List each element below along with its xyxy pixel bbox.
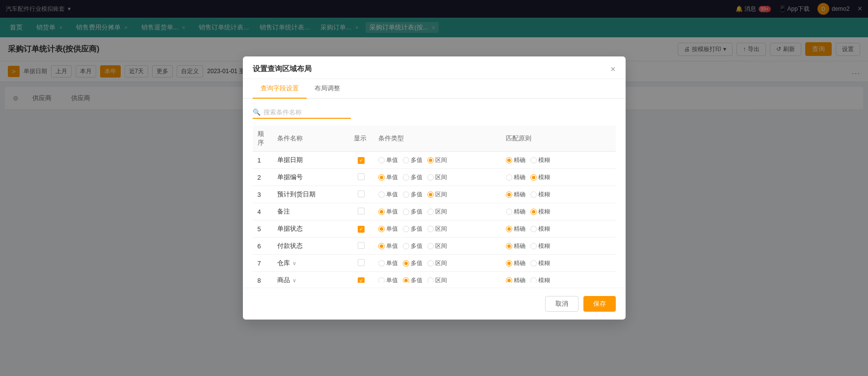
type-radio-range[interactable]: 区间 (427, 276, 447, 279)
type-radio-multi[interactable]: 多值 (403, 259, 422, 268)
radio-dot (427, 226, 434, 232)
radio-dot (530, 260, 537, 267)
table-row: 1 单据日期 单值 (253, 152, 616, 169)
radio-dot (378, 209, 385, 215)
radio-dot (530, 174, 537, 181)
radio-dot (506, 174, 512, 181)
match-radio-fuzzy[interactable]: 模糊 (530, 276, 550, 279)
display-checkbox[interactable] (358, 190, 365, 197)
radio-dot (506, 209, 512, 215)
radio-dot (506, 277, 512, 279)
radio-dot-range (427, 157, 434, 163)
condition-search-bar: 🔍 (253, 107, 351, 119)
match-radio-exact[interactable]: 精确 (506, 259, 526, 268)
radio-dot (506, 191, 512, 198)
radio-dot (403, 174, 409, 181)
match-radio-fuzzy[interactable]: 模糊 (530, 156, 550, 164)
table-head: 顺序 条件名称 显示 条件类型 匹配原则 (253, 126, 616, 152)
type-radio-single[interactable]: 单值 (378, 276, 398, 279)
radio-dot (427, 174, 434, 181)
radio-dot (506, 226, 512, 232)
radio-dot (530, 226, 537, 232)
radio-dot (427, 277, 434, 279)
type-radio-range[interactable]: 区间 (427, 242, 447, 250)
match-radio-fuzzy[interactable]: 模糊 (530, 225, 550, 233)
match-radio-fuzzy[interactable]: 模糊 (530, 190, 550, 199)
match-radio-fuzzy[interactable]: 模糊 (530, 208, 550, 216)
radio-dot (378, 174, 385, 181)
display-checkbox[interactable] (358, 208, 365, 215)
match-radio-exact[interactable]: 精确 (506, 225, 526, 233)
conditions-tbody: 1 单据日期 单值 (253, 152, 616, 279)
row-order: 1 (253, 152, 272, 169)
display-checkbox[interactable] (358, 242, 365, 249)
radio-dot (378, 191, 385, 198)
type-radio-single[interactable]: 单值 (378, 156, 398, 164)
tab-layout[interactable]: 布局调整 (307, 79, 348, 99)
th-name: 条件名称 (272, 126, 349, 152)
match-radio-fuzzy[interactable]: 模糊 (530, 173, 550, 182)
type-radio-range[interactable]: 区间 (427, 208, 447, 216)
radio-dot (427, 243, 434, 249)
match-radio-exact[interactable]: 精确 (506, 208, 526, 216)
table-row: 3 预计到货日期 单值 多值 区间 (253, 186, 616, 203)
type-radio-range[interactable]: 区间 (427, 173, 447, 182)
modal-title: 设置查询区域布局 (253, 64, 312, 74)
radio-label-range: 区间 (435, 156, 447, 164)
tab-layout-label: 布局调整 (315, 84, 340, 92)
radio-dot (427, 191, 434, 198)
th-match: 匹配原则 (501, 126, 616, 152)
match-radio-fuzzy[interactable]: 模糊 (530, 259, 550, 268)
radio-label-fuzzy: 模糊 (538, 156, 550, 164)
type-radio-multi[interactable]: 多值 (403, 276, 422, 279)
type-radio-multi[interactable]: 多值 (403, 173, 422, 182)
table-row: 5 单据状态 单值 多值 区间 (253, 220, 616, 238)
display-checkbox[interactable] (358, 259, 365, 266)
display-checkbox[interactable] (358, 157, 365, 164)
type-radio-single[interactable]: 单值 (378, 242, 398, 250)
radio-dot (403, 260, 409, 267)
modal-header: 设置查询区域布局 × (243, 56, 626, 79)
row-type: 单值 多值 区间 (373, 169, 501, 186)
condition-search-input[interactable] (263, 108, 351, 116)
type-radio-multi[interactable]: 多值 (403, 242, 422, 250)
radio-dot (530, 209, 537, 215)
row-display[interactable] (349, 152, 373, 169)
row-match: 精确 模糊 (501, 152, 616, 169)
modal-body: 🔍 顺序 条件名称 显示 条件类型 匹配原则 (243, 99, 626, 278)
type-radio-range[interactable]: 区间 (427, 156, 447, 164)
match-radio-exact[interactable]: 精确 (506, 242, 526, 250)
row-display[interactable] (349, 169, 373, 186)
display-checkbox[interactable] (358, 226, 365, 233)
radio-dot (378, 243, 385, 249)
modal-close-button[interactable]: × (610, 65, 616, 74)
radio-dot (506, 243, 512, 249)
type-radio-multi[interactable]: 多值 (403, 225, 422, 233)
type-radio-single[interactable]: 单值 (378, 190, 398, 199)
type-radio-single[interactable]: 单值 (378, 208, 398, 216)
row-order: 2 (253, 169, 272, 186)
tab-query-fields[interactable]: 查询字段设置 (253, 79, 307, 99)
display-checkbox[interactable] (358, 277, 365, 278)
row-name: 单据日期 (272, 152, 349, 169)
match-radio-exact[interactable]: 精确 (506, 156, 526, 164)
radio-dot-fuzzy (530, 157, 537, 163)
display-checkbox[interactable] (358, 173, 365, 180)
type-radio-multi[interactable]: 多值 (403, 190, 422, 199)
radio-dot (530, 243, 537, 249)
type-radio-range[interactable]: 区间 (427, 259, 447, 268)
type-radio-multi[interactable]: 多值 (403, 156, 422, 164)
type-radio-range[interactable]: 区间 (427, 190, 447, 199)
type-radio-single[interactable]: 单值 (378, 259, 398, 268)
match-radio-exact[interactable]: 精确 (506, 276, 526, 279)
type-radio-single[interactable]: 单值 (378, 173, 398, 182)
radio-dot (530, 191, 537, 198)
match-radio-exact[interactable]: 精确 (506, 173, 526, 182)
row-match: 精确 模糊 (501, 169, 616, 186)
type-radio-range[interactable]: 区间 (427, 225, 447, 233)
type-radio-multi[interactable]: 多值 (403, 208, 422, 216)
match-radio-fuzzy[interactable]: 模糊 (530, 242, 550, 250)
type-radio-single[interactable]: 单值 (378, 225, 398, 233)
match-radio-exact[interactable]: 精确 (506, 190, 526, 199)
conditions-table-scroll: 顺序 条件名称 显示 条件类型 匹配原则 1 单据日期 (253, 126, 616, 278)
